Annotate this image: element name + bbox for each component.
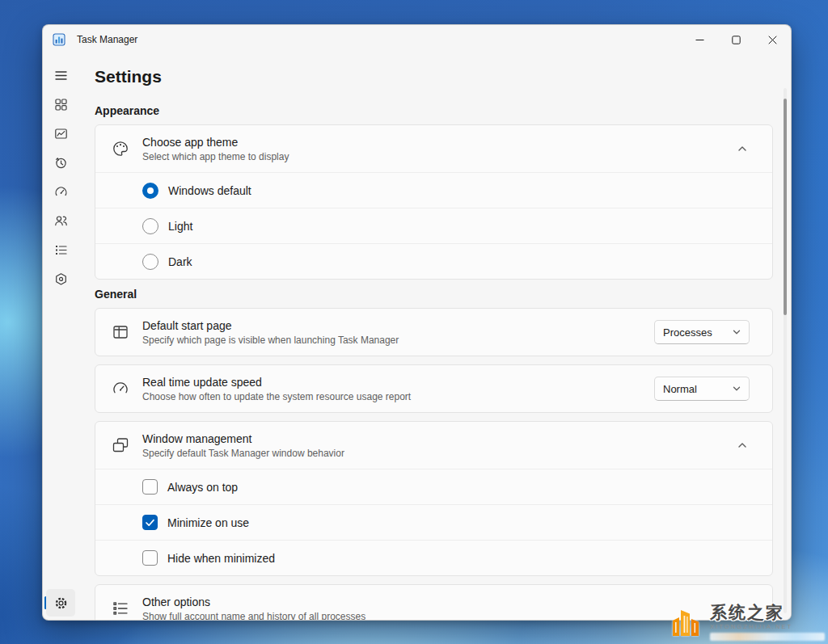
card-choose-app-theme: Choose app theme Select which app theme … [95, 124, 773, 280]
radio-row-light[interactable]: Light [95, 208, 772, 243]
window-controls [682, 25, 791, 54]
update-speed-dropdown[interactable]: Normal [654, 377, 750, 401]
watermark-title: 系统之家 [710, 604, 784, 621]
speedometer-icon [112, 380, 129, 398]
sidebar-item-performance[interactable] [43, 119, 78, 148]
sidebar-item-app-history[interactable] [43, 148, 78, 177]
watermark: 系统之家 XITONGZHIJIA.NET [669, 604, 825, 641]
expander-header-theme[interactable]: Choose app theme Select which app theme … [95, 125, 772, 172]
close-button[interactable] [754, 25, 791, 54]
start-page-icon [112, 323, 129, 341]
sidebar-item-settings[interactable] [46, 589, 75, 617]
radio-label: Light [168, 220, 192, 233]
start-page-dropdown[interactable]: Processes [654, 320, 750, 344]
setting-row-update-speed: Real time update speed Choose how often … [95, 365, 772, 412]
sidebar-item-details[interactable] [43, 235, 78, 264]
dropdown-value: Normal [663, 383, 697, 395]
card-title: Other options [142, 596, 758, 608]
gear-icon [54, 596, 68, 610]
watermark-url: XITONGZHIJIA.NET [710, 623, 792, 630]
sidebar-item-services[interactable] [43, 264, 78, 293]
card-subtitle: Specify default Task Manager window beha… [142, 448, 737, 459]
sidebar-item-startup-apps[interactable] [43, 177, 78, 206]
windows-icon [112, 436, 129, 454]
checkbox[interactable] [142, 479, 158, 495]
watermark-logo-icon [669, 604, 704, 641]
sidebar [43, 54, 78, 621]
chevron-down-icon [733, 328, 741, 336]
card-subtitle: Specify which page is visible when launc… [142, 335, 654, 346]
radio-button[interactable] [142, 183, 158, 199]
chevron-down-icon [733, 385, 741, 393]
expander-header-window-management[interactable]: Window management Specify default Task M… [95, 422, 772, 469]
sidebar-item-processes[interactable] [43, 90, 78, 119]
history-clock-icon [54, 156, 68, 170]
card-title: Choose app theme [142, 136, 737, 149]
card-title: Real time update speed [142, 376, 654, 389]
list-icon [112, 600, 129, 617]
scrollbar-thumb[interactable] [784, 99, 787, 315]
checkbox-label: Hide when minimized [167, 552, 275, 565]
radio-row-dark[interactable]: Dark [95, 243, 772, 279]
card-default-start-page: Default start page Specify which page is… [95, 308, 773, 356]
sidebar-item-users[interactable] [43, 206, 78, 235]
chevron-up-icon [737, 143, 748, 154]
dropdown-value: Processes [663, 326, 712, 339]
radio-button[interactable] [142, 254, 158, 270]
radio-row-windows-default[interactable]: Windows default [95, 172, 772, 208]
page-title: Settings [95, 65, 773, 88]
watermark-caption-blurred [710, 633, 825, 641]
chevron-up-icon [737, 440, 748, 451]
card-update-speed: Real time update speed Choose how often … [95, 364, 773, 413]
checkbox-row-hide-when-minimized[interactable]: Hide when minimized [95, 540, 772, 575]
settings-page: Settings Appearance [78, 54, 791, 621]
performance-chart-icon [54, 127, 68, 141]
checkbox-label: Minimize on use [167, 516, 249, 529]
minimize-button[interactable] [682, 25, 718, 54]
maximize-button[interactable] [718, 25, 754, 54]
checkbox-row-minimize-on-use[interactable]: Minimize on use [95, 504, 772, 540]
card-title: Window management [142, 432, 737, 445]
card-window-management: Window management Specify default Task M… [95, 421, 773, 576]
checkbox-row-always-on-top[interactable]: Always on top [95, 469, 772, 504]
card-title: Default start page [142, 319, 654, 332]
menu-button[interactable] [43, 61, 78, 90]
card-subtitle: Choose how often to update the system re… [142, 391, 654, 402]
section-heading-general: General [95, 288, 773, 301]
radio-label: Windows default [168, 184, 251, 197]
scrollbar [784, 88, 787, 613]
task-manager-app-icon [53, 33, 65, 46]
task-manager-window: Task Manager [42, 24, 792, 621]
radio-button[interactable] [142, 218, 158, 234]
desktop-wallpaper: Task Manager [0, 0, 828, 644]
card-subtitle: Select which app theme to display [142, 151, 737, 162]
services-icon [54, 272, 68, 286]
palette-icon [112, 140, 129, 158]
checkbox[interactable] [142, 515, 158, 530]
processes-icon [54, 98, 68, 112]
details-list-icon [54, 243, 68, 257]
section-heading-appearance: Appearance [95, 104, 773, 117]
gauge-icon [54, 185, 68, 199]
checkbox[interactable] [142, 550, 158, 566]
titlebar[interactable]: Task Manager [43, 25, 791, 54]
setting-row-start-page: Default start page Specify which page is… [95, 309, 772, 356]
hamburger-icon [54, 69, 68, 82]
window-title: Task Manager [77, 34, 137, 45]
users-icon [54, 214, 68, 228]
card-subtitle: Show full account name and history of al… [142, 611, 758, 621]
radio-label: Dark [168, 255, 192, 268]
checkbox-label: Always on top [167, 481, 238, 494]
